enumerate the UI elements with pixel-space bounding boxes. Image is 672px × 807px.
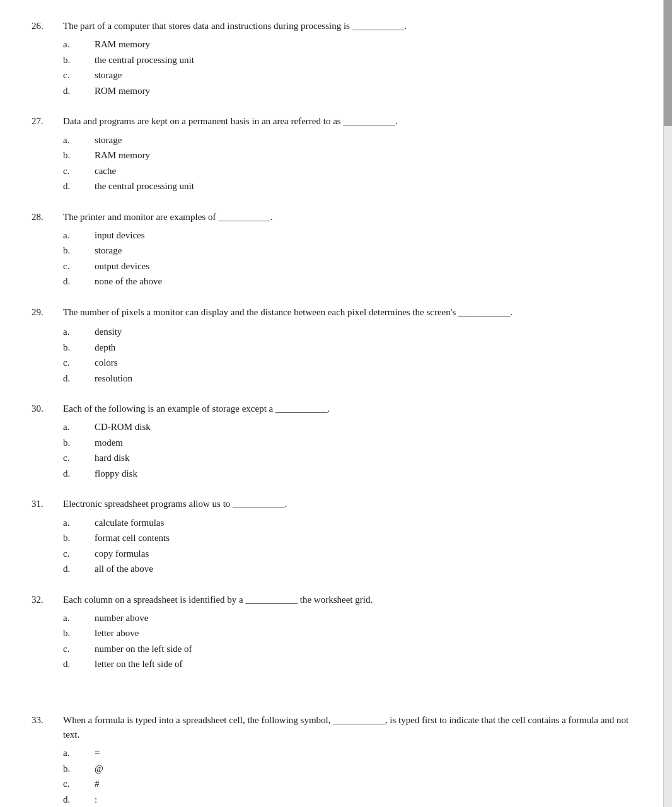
option-32-a-letter: a. [63,611,95,625]
option-33-a-letter: a. [63,746,95,760]
question-29: 29. The number of pixels a monitor can d… [32,305,634,386]
option-26-b-text: the central processing unit [95,53,634,67]
question-28: 28. The printer and monitor are examples… [32,210,634,290]
option-30-d: d. floppy disk [63,467,634,481]
option-31-d-text: all of the above [95,562,634,576]
scrollbar[interactable] [663,0,672,807]
option-27-b: b. RAM memory [63,148,634,163]
question-32-options: a. number above b. letter above c. numbe… [63,611,634,671]
option-33-d-letter: d. [63,792,95,807]
option-26-d: d. ROM memory [63,84,634,98]
option-27-d: d. the central processing unit [63,179,634,194]
question-33-text: When a formula is typed into a spreadshe… [63,713,634,743]
question-33-options: a. = b. @ c. # d. : [63,746,634,806]
option-26-d-letter: d. [63,84,95,98]
option-33-b: b. @ [63,762,634,776]
option-27-d-letter: d. [63,179,95,194]
option-26-c: c. storage [63,68,634,83]
question-33: 33. When a formula is typed into a sprea… [32,713,634,807]
option-27-d-text: the central processing unit [95,179,634,194]
option-26-c-letter: c. [63,68,95,83]
option-32-b-text: letter above [95,626,634,641]
option-30-c-letter: c. [63,451,95,465]
option-30-a-text: CD-ROM disk [95,420,634,434]
question-29-content: The number of pixels a monitor can displ… [63,305,634,386]
option-28-a: a. input devices [63,228,634,243]
option-30-a: a. CD-ROM disk [63,420,634,434]
option-32-d-letter: d. [63,657,95,671]
option-31-c-text: copy formulas [95,547,634,561]
option-33-c-text: # [95,777,634,791]
option-32-c-letter: c. [63,642,95,656]
question-29-options: a. density b. depth c. colors d. resolut… [63,325,634,385]
question-29-number: 29. [32,305,63,386]
option-26-b: b. the central processing unit [63,53,634,67]
question-26-text: The part of a computer that stores data … [63,19,634,33]
option-33-c: c. # [63,777,634,791]
option-32-b-letter: b. [63,626,95,641]
option-27-b-letter: b. [63,148,95,163]
option-26-a: a. RAM memory [63,37,634,52]
option-29-d-letter: d. [63,371,95,386]
question-27-content: Data and programs are kept on a permanen… [63,114,634,194]
option-29-b-text: depth [95,340,634,355]
option-31-a-text: calculate formulas [95,516,634,530]
question-30-options: a. CD-ROM disk b. modem c. hard disk d. … [63,420,634,480]
option-27-c-text: cache [95,164,634,178]
option-31-d: d. all of the above [63,562,634,576]
option-30-b-text: modem [95,436,634,450]
option-30-b-letter: b. [63,436,95,450]
option-31-b-text: format cell contents [95,531,634,545]
option-31-c-letter: c. [63,547,95,561]
question-30-number: 30. [32,402,63,482]
question-27-options: a. storage b. RAM memory c. cache d. the… [63,133,634,194]
option-33-a-text: = [95,746,634,760]
option-33-b-text: @ [95,762,634,776]
question-33-content: When a formula is typed into a spreadshe… [63,713,634,807]
option-27-b-text: RAM memory [95,148,634,163]
option-32-d-text: letter on the left side of [95,657,634,671]
option-30-d-text: floppy disk [95,467,634,481]
option-28-c-text: output devices [95,259,634,274]
option-27-a: a. storage [63,133,634,148]
question-28-text: The printer and monitor are examples of … [63,210,634,224]
option-29-d: d. resolution [63,371,634,386]
option-29-a: a. density [63,325,634,339]
option-32-a: a. number above [63,611,634,625]
option-28-b-text: storage [95,243,634,258]
question-32-content: Each column on a spreadsheet is identifi… [63,593,634,673]
option-31-a-letter: a. [63,516,95,530]
option-33-c-letter: c. [63,777,95,791]
question-26: 26. The part of a computer that stores d… [32,19,634,99]
option-30-c: c. hard disk [63,451,634,465]
question-32-text: Each column on a spreadsheet is identifi… [63,593,634,607]
question-32-number: 32. [32,593,63,673]
option-28-c: c. output devices [63,259,634,274]
option-27-a-text: storage [95,133,634,148]
option-30-a-letter: a. [63,420,95,434]
question-30-text: Each of the following is an example of s… [63,402,634,416]
option-28-a-letter: a. [63,228,95,243]
option-32-c-text: number on the left side of [95,642,634,656]
option-30-b: b. modem [63,436,634,450]
question-31: 31. Electronic spreadsheet programs allo… [32,497,634,577]
option-26-a-letter: a. [63,37,95,52]
question-27-text: Data and programs are kept on a permanen… [63,114,634,129]
option-26-a-text: RAM memory [95,37,634,52]
option-29-c: c. colors [63,356,634,370]
option-31-a: a. calculate formulas [63,516,634,530]
scrollbar-thumb[interactable] [664,0,672,126]
option-27-c-letter: c. [63,164,95,178]
option-28-c-letter: c. [63,259,95,274]
option-27-c: c. cache [63,164,634,178]
option-28-d-text: none of the above [95,274,634,289]
option-32-d: d. letter on the left side of [63,657,634,671]
question-32: 32. Each column on a spreadsheet is iden… [32,593,634,673]
option-29-c-letter: c. [63,356,95,370]
option-28-b-letter: b. [63,243,95,258]
option-30-c-text: hard disk [95,451,634,465]
option-26-c-text: storage [95,68,634,83]
option-31-b-letter: b. [63,531,95,545]
option-29-d-text: resolution [95,371,634,386]
option-26-b-letter: b. [63,53,95,67]
